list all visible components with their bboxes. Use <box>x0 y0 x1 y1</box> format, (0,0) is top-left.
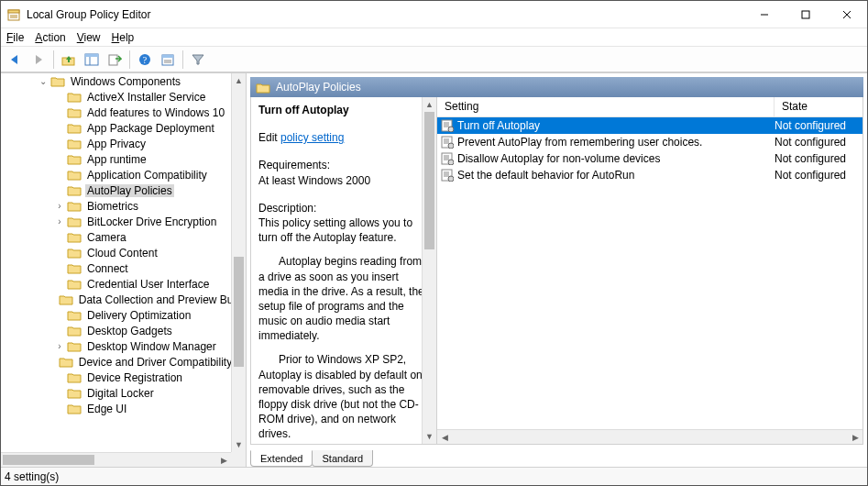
requirements-text: At least Windows 2000 <box>258 173 429 188</box>
tree-item[interactable]: ·Device Registration <box>1 370 231 385</box>
settings-row[interactable]: Prevent AutoPlay from remembering user c… <box>437 134 863 150</box>
tree-scrollbar-horizontal[interactable]: ◀ ▶ <box>1 452 231 467</box>
column-header-state[interactable]: State <box>775 97 863 116</box>
properties-button[interactable] <box>157 50 179 70</box>
svg-rect-10 <box>85 54 98 57</box>
tree-item-label: Desktop Window Manager <box>85 340 218 353</box>
tree-item[interactable]: ·Add features to Windows 10 <box>1 105 231 120</box>
tree-item[interactable]: ·Connect <box>1 260 231 276</box>
tree-item[interactable]: ·Edge UI <box>1 401 231 416</box>
tree-scrollbar-vertical[interactable]: ▲ ▼ <box>231 73 246 452</box>
filter-icon <box>191 53 205 66</box>
expand-toggle-placeholder: · <box>54 92 65 102</box>
folder-up-icon <box>61 53 76 66</box>
edit-label: Edit <box>258 131 280 144</box>
folder-icon <box>67 122 82 134</box>
list-scrollbar-horizontal[interactable]: ◀ ▶ <box>437 429 863 444</box>
policy-setting-icon <box>441 136 454 149</box>
tree-item[interactable]: ·Camera <box>1 229 231 245</box>
tree-item[interactable]: ›Desktop Window Manager <box>1 338 231 354</box>
expand-toggle-placeholder: · <box>54 232 65 242</box>
minimize-button[interactable] <box>743 1 785 28</box>
folder-icon <box>67 184 82 196</box>
folder-icon <box>67 325 82 337</box>
tree-item[interactable]: ·Cloud Content <box>1 245 231 260</box>
scroll-right-icon[interactable]: ▶ <box>216 453 231 467</box>
expand-toggle-placeholder: · <box>54 154 65 164</box>
up-level-button[interactable] <box>58 50 80 70</box>
svg-rect-16 <box>162 55 173 58</box>
help-button[interactable]: ? <box>134 50 156 70</box>
expand-toggle-icon[interactable]: › <box>54 201 65 211</box>
menu-file[interactable]: File <box>6 31 24 44</box>
expand-toggle-placeholder: · <box>54 357 57 367</box>
expand-toggle-placeholder: · <box>54 185 65 195</box>
selected-setting-title: Turn off Autoplay <box>258 104 349 116</box>
tree-item[interactable]: ·Delivery Optimization <box>1 307 231 323</box>
expand-toggle-placeholder: · <box>54 372 65 382</box>
menu-view[interactable]: View <box>77 31 101 44</box>
column-header-setting[interactable]: Setting <box>437 97 775 116</box>
tree-item[interactable]: ›BitLocker Drive Encryption <box>1 214 231 229</box>
scroll-down-icon[interactable]: ▼ <box>423 429 436 444</box>
tree-item-label: App Package Deployment <box>85 122 216 135</box>
tree-item[interactable]: ·Credential User Interface <box>1 276 231 292</box>
expand-toggle-icon[interactable]: › <box>54 341 65 351</box>
close-button[interactable] <box>826 1 867 28</box>
show-hide-tree-button[interactable] <box>81 50 103 70</box>
list-rows[interactable]: Turn off AutoplayNot configuredPrevent A… <box>437 117 863 444</box>
settings-row-name: Set the default behavior for AutoRun <box>457 169 775 182</box>
tree-item-label: ActiveX Installer Service <box>85 91 207 104</box>
description-scrollbar-vertical[interactable]: ▲ ▼ <box>422 97 436 444</box>
maximize-button[interactable] <box>785 1 826 28</box>
filter-button[interactable] <box>187 50 209 70</box>
back-button[interactable] <box>5 50 27 70</box>
settings-row[interactable]: Set the default behavior for AutoRunNot … <box>437 167 863 183</box>
tree-item[interactable]: ·Data Collection and Preview Builds <box>1 292 231 307</box>
export-list-button[interactable] <box>104 50 126 70</box>
tree-item[interactable]: ·App Package Deployment <box>1 120 231 136</box>
scrollbar-thumb[interactable] <box>3 455 94 465</box>
tab-extended[interactable]: Extended <box>250 450 313 467</box>
tree-item-label: Add features to Windows 10 <box>85 106 226 119</box>
panel-header: AutoPlay Policies <box>250 77 863 97</box>
scroll-up-icon[interactable]: ▲ <box>232 73 246 88</box>
settings-row[interactable]: Disallow Autoplay for non-volume devices… <box>437 150 863 167</box>
tree-item[interactable]: ·Digital Locker <box>1 385 231 401</box>
scroll-left-icon[interactable]: ◀ <box>437 430 452 444</box>
expand-toggle-icon[interactable]: › <box>54 216 65 226</box>
tree-item[interactable]: ·Device and Driver Compatibility <box>1 354 231 370</box>
tree-item-label: BitLocker Drive Encryption <box>85 215 218 228</box>
expand-toggle-icon[interactable]: ⌄ <box>38 76 49 86</box>
expand-toggle-placeholder: · <box>54 294 57 304</box>
scrollbar-thumb[interactable] <box>424 112 434 249</box>
forward-button[interactable] <box>27 50 49 70</box>
settings-row-name: Turn off Autoplay <box>457 119 775 132</box>
folder-icon <box>67 387 82 399</box>
scrollbar-thumb[interactable] <box>234 257 244 367</box>
description-pane: Turn off Autoplay Edit policy setting Re… <box>251 97 437 444</box>
tree-item[interactable]: ·Desktop Gadgets <box>1 323 231 338</box>
settings-row[interactable]: Turn off AutoplayNot configured <box>437 117 863 134</box>
tree-item[interactable]: ·App Privacy <box>1 136 231 151</box>
tree-item[interactable]: ›Biometrics <box>1 198 231 214</box>
tree-item[interactable]: ·App runtime <box>1 151 231 167</box>
toolbar-separator <box>182 50 183 69</box>
menu-help[interactable]: Help <box>112 31 135 44</box>
svg-point-33 <box>448 160 454 165</box>
tab-standard[interactable]: Standard <box>312 450 373 467</box>
status-bar: 4 setting(s) <box>1 467 867 485</box>
tree-view[interactable]: ⌄ Windows Components ·ActiveX Installer … <box>1 73 246 467</box>
menu-action[interactable]: Action <box>35 31 65 44</box>
tree-item-windows-components[interactable]: ⌄ Windows Components <box>1 73 231 89</box>
scroll-down-icon[interactable]: ▼ <box>232 437 246 452</box>
expand-toggle-placeholder: · <box>54 403 65 414</box>
tree-item[interactable]: ·AutoPlay Policies <box>1 182 231 198</box>
scroll-up-icon[interactable]: ▲ <box>423 97 436 112</box>
tree-item[interactable]: ·ActiveX Installer Service <box>1 89 231 105</box>
folder-icon <box>59 356 73 368</box>
scroll-right-icon[interactable]: ▶ <box>848 430 863 444</box>
tree-item[interactable]: ·Application Compatibility <box>1 167 231 182</box>
edit-policy-link[interactable]: policy setting <box>280 131 344 144</box>
description-p2: Autoplay begins reading from a drive as … <box>258 254 429 343</box>
